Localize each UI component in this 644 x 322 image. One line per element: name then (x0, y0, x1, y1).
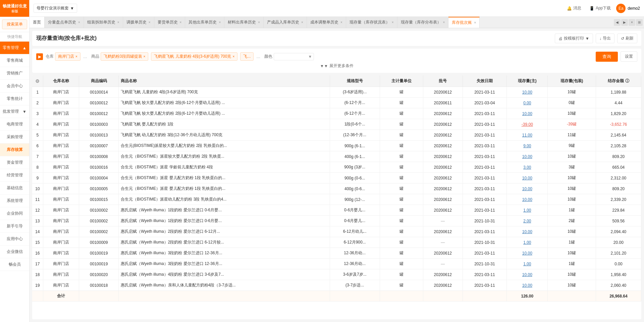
row-stock-main[interactable]: 2.00 (507, 216, 548, 226)
row-stock-main[interactable]: 11.00 (507, 130, 548, 141)
tab-material-out[interactable]: 材料出库单历史 × (224, 17, 264, 28)
sidebar-item-system[interactable]: 系统管理 (0, 195, 29, 207)
store-selector[interactable]: 母婴行业演示账套 ▼ (34, 4, 77, 13)
tab-split-history[interactable]: 分量盘点单历史 × (45, 17, 84, 28)
row-stock-main[interactable]: 10.00 (507, 194, 548, 205)
table-row: 2南岸门店00100012飞鹤星飞帆 较大婴儿配方奶粉 2段(6-12个月婴幼儿… (32, 98, 641, 108)
row-stock-main[interactable]: 10.00 (507, 280, 548, 291)
row-stock-main[interactable]: 0.00 (507, 98, 548, 108)
tab-stock-dist-close-icon[interactable]: × (443, 20, 445, 24)
row-stock-main[interactable]: 3.00 (507, 162, 548, 173)
row-stock-main[interactable]: 10.00 (507, 87, 548, 98)
sidebar-item-finance[interactable]: 资金管理 (0, 156, 29, 169)
warehouse-more-icon[interactable]: … (82, 54, 89, 59)
expand-arrow-btn[interactable]: ▶ (36, 53, 43, 60)
sidebar-item-marketing[interactable]: 营销推广 (0, 67, 29, 80)
tabs-close-btn[interactable]: × (629, 19, 635, 26)
search-menu-btn[interactable]: 搜索菜单 (2, 19, 27, 29)
sidebar-item-wholesale[interactable]: 批发管理 ▼ (0, 105, 29, 118)
tab-home[interactable]: 首页 (30, 17, 45, 28)
tab-transfer-close-icon[interactable]: × (149, 20, 151, 24)
sidebar-item-ecom[interactable]: 电商管理 (0, 118, 29, 131)
sidebar-item-purchase[interactable]: 采购管理 (0, 131, 29, 144)
product-tag-1-close-icon[interactable]: × (232, 55, 234, 58)
tab-product-in[interactable]: 产成品入库单历史 × (264, 17, 307, 28)
product-filter-label: 商品 (91, 54, 99, 59)
tab-stock-dist[interactable]: 现存量（库存分布表） × (397, 17, 449, 28)
sidebar-item-member[interactable]: 会员中心 (0, 80, 29, 93)
tab-stock-status[interactable]: 现存量（库存状况表） × (346, 17, 397, 28)
refresh-btn[interactable]: ↺ 刷新 (617, 34, 637, 43)
sidebar-item-corp[interactable]: 企业协同 (0, 207, 29, 220)
row-stock-main[interactable]: 10.00 (507, 248, 548, 259)
tab-batch-voucher-close-icon[interactable]: × (474, 21, 476, 24)
expand-conditions-btn[interactable]: ▼▼ 展开更多条件 (320, 63, 354, 69)
query-btn[interactable]: 查询 (596, 52, 618, 62)
tab-stock-status-close-icon[interactable]: × (392, 20, 394, 24)
product-tag-more[interactable]: 飞... (240, 52, 254, 61)
table-row: 14南岸门店00100002惠氏启赋（Wyeth illuma）2段奶粉 爱尔兰… (32, 226, 641, 237)
tab-transfer[interactable]: 调拨单历史 × (123, 17, 154, 28)
row-expire: 2021-03-11 (463, 151, 507, 162)
tab-other-out-close-icon[interactable]: × (219, 20, 221, 24)
expand-down-icon: ▼▼ (320, 64, 328, 68)
row-number: 14 (32, 226, 43, 237)
sidebar-item-basic[interactable]: 基础信息 (0, 182, 29, 195)
row-balance: 665.04 (596, 162, 641, 173)
sidebar-item-inventory[interactable]: 库存核算 (0, 144, 29, 156)
row-stock-main[interactable]: 10.00 (507, 183, 548, 194)
user-profile[interactable]: Ea demo2 (616, 4, 640, 13)
row-stock-main[interactable]: -39.00 (507, 119, 548, 130)
sidebar-item-retail-stat[interactable]: 零售统计 (0, 93, 29, 105)
sidebar-item-ops[interactable]: 经营管理 (0, 169, 29, 182)
sidebar-item-retail[interactable]: 零售管理 ▲ (0, 42, 29, 54)
table-row: 1南岸门店00100014飞鹤星飞帆 儿童奶粉 4段(3-6岁适用) 700克(… (32, 87, 641, 98)
row-stock-main[interactable]: 1.00 (507, 205, 548, 216)
row-stock-main[interactable]: 10.00 (507, 226, 548, 237)
color-dropdown-icon[interactable]: ▼ (308, 54, 312, 59)
row-name: 惠氏启赋（Wyeth illuma）2段奶粉 爱尔兰进口 6-12月... (119, 226, 330, 237)
tab-other-out[interactable]: 其他出库单历史 × (185, 17, 224, 28)
tabs-expand-btn[interactable]: ⊞ (636, 19, 643, 26)
row-expire: 2021-03-11 (463, 108, 507, 119)
app-download-btn[interactable]: 📱 App下载 (587, 4, 613, 12)
product-tag-0-close-icon[interactable]: × (144, 55, 146, 58)
warehouse-tag: 南岸门店 × (55, 52, 80, 61)
sidebar-item-retail-shop[interactable]: 零售商城 (0, 54, 29, 67)
tab-material-out-close-icon[interactable]: × (258, 20, 260, 24)
export-btn[interactable]: ↓ 导出 (596, 34, 614, 43)
tab-request[interactable]: 要货单历史 × (154, 17, 185, 28)
warehouse-tag-close-icon[interactable]: × (75, 55, 77, 58)
product-more-icon[interactable]: … (255, 54, 262, 59)
tab-batch-voucher[interactable]: 库存批次账 × (448, 17, 480, 28)
tab-disassemble[interactable]: 组装拆卸单历史 × (84, 17, 123, 28)
row-code: 00100004 (79, 173, 119, 183)
row-code: 00100009 (79, 237, 119, 248)
row-stock-main[interactable]: 10.00 (507, 173, 548, 183)
quick-nav-label[interactable]: 快捷导航 (0, 32, 29, 42)
tab-cost-adjust-close-icon[interactable]: × (340, 20, 342, 24)
tab-cost-adjust[interactable]: 成本调整单历史 × (307, 17, 346, 28)
sidebar-item-appstore[interactable]: 应用中心 (0, 233, 29, 246)
tab-product-in-close-icon[interactable]: × (301, 20, 303, 24)
row-stock-main[interactable]: 1.00 (507, 237, 548, 248)
row-stock-main[interactable]: 10.00 (507, 151, 548, 162)
setting-btn[interactable]: 设置 (621, 51, 637, 62)
tab-request-close-icon[interactable]: × (180, 20, 182, 24)
sidebar-item-guide[interactable]: 新手引导 (0, 220, 29, 233)
template-print-btn[interactable]: 🖨 按模板打印 ▼ (555, 34, 593, 43)
tab-split-close-icon[interactable]: × (78, 20, 80, 24)
row-stock-main[interactable]: 10.00 (507, 108, 548, 119)
tab-disassemble-close-icon[interactable]: × (117, 20, 119, 24)
sidebar-item-vip[interactable]: 畅会员 (0, 258, 29, 271)
row-stock-main[interactable]: 9.00 (507, 141, 548, 151)
tabs-prev-btn[interactable]: ◀ (614, 19, 621, 26)
table-settings-icon[interactable]: ⚙ (35, 78, 40, 84)
row-stock-main[interactable]: 1.00 (507, 259, 548, 269)
row-code: 00100013 (79, 130, 119, 141)
tabs-nav-controls: ◀ ▶ × ⊞ (612, 19, 644, 26)
sidebar-item-enterprise-wechat[interactable]: 企业微信 (0, 246, 29, 258)
message-btn[interactable]: 🔔 消息 (564, 4, 584, 12)
tabs-next-btn[interactable]: ▶ (621, 19, 628, 26)
row-stock-main[interactable]: 10.00 (507, 269, 548, 280)
